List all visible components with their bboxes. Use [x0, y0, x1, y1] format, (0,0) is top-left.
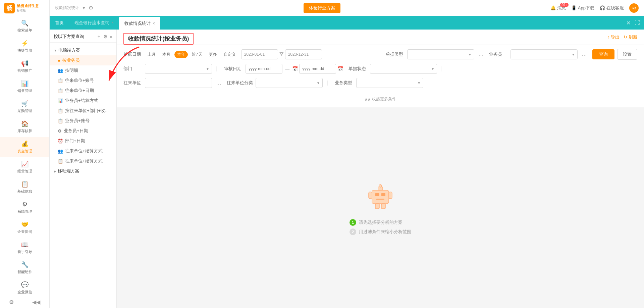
left-panel: 按以下方案查询 ＋ ⚙ « ▼ 电脑端方案 ● 按业务员	[50, 30, 117, 308]
tree-parent-pc[interactable]: ▼ 电脑端方案	[50, 45, 116, 55]
sidebar-item-basic[interactable]: 📋 基础信息	[0, 177, 49, 197]
settings-gear-icon[interactable]: ⚙	[89, 5, 93, 11]
logo-title: 畅捷通好生意	[17, 3, 39, 8]
tree-child-unit-dept[interactable]: 📋 按往来单位+部门+收...	[50, 106, 116, 116]
step1-number: 1	[350, 219, 356, 226]
sidebar-item-operations[interactable]: 📈 经营管理	[0, 157, 49, 177]
doc-type-filter: 单据类型 …	[386, 49, 484, 59]
svg-point-5	[379, 185, 382, 187]
user-avatar[interactable]: Rit	[629, 3, 639, 13]
sidebar-item-marketing[interactable]: 📢 营销推广	[0, 56, 49, 76]
review-date-calendar2-icon[interactable]: 📅	[337, 66, 343, 71]
sidebar-collapse-btn[interactable]: ◀◀	[32, 299, 40, 305]
sidebar-item-sales[interactable]: 📊 销售管理	[0, 76, 49, 97]
tree-child-salesperson-date[interactable]: ⚙ 业务员+日期	[50, 126, 116, 136]
tree-child-unit-settlement2[interactable]: 📋 往来单位+结算方式	[50, 156, 116, 166]
tab-collection-stats[interactable]: 收款情况统计 ×	[119, 17, 160, 30]
tree-child-by-salesperson[interactable]: ● 按业务员	[50, 55, 116, 65]
tree-child-dept-date[interactable]: ⏰ 部门+日期	[50, 136, 116, 146]
tree-child-salesperson-account[interactable]: 📋 业务员+账号	[50, 116, 116, 126]
date-tab-this-year[interactable]: 本年	[174, 51, 188, 58]
tab-bank-flow-label: 现金银行流水查询	[74, 20, 109, 26]
breadcrumb: 收款情况统计	[55, 5, 79, 11]
logo-area: 畅 畅捷通好生意 标准版	[0, 0, 49, 16]
doc-type-more-icon[interactable]: …	[478, 51, 484, 57]
dept-date-icon: ⏰	[58, 139, 63, 144]
dept-select-wrapper	[145, 64, 212, 74]
salesperson-select[interactable]	[511, 49, 578, 59]
unit-more-icon[interactable]: …	[216, 80, 221, 86]
main-area: 收款情况统计 ▼ ⚙ 体验行业方案 🔔 99+ 消息 📱 App下载 🎧	[50, 0, 644, 308]
collapse-button[interactable]: ∧∧ 收起更多条件	[123, 94, 637, 105]
salesperson-account-icon: 📋	[58, 118, 63, 123]
date-tab-custom[interactable]: 自定义	[221, 51, 238, 58]
sidebar-item-finance[interactable]: 💰 资金管理	[0, 137, 49, 157]
review-date-calendar1-icon[interactable]: 📅	[292, 66, 298, 71]
query-actions: 查询 设置	[592, 49, 637, 60]
sidebar-settings-btn[interactable]: ⚙	[9, 299, 14, 305]
sidebar-item-guide[interactable]: 📖 新手引导	[0, 238, 49, 258]
tree-parent-mobile[interactable]: ▶ 移动端方案	[50, 166, 116, 176]
tab-collection-stats-close[interactable]: ×	[153, 21, 155, 26]
app-download-link[interactable]: 📱 App下载	[571, 5, 594, 11]
tree-child-salesperson-settlement[interactable]: 📊 业务员+结算方式	[50, 96, 116, 106]
business-type-select-wrapper	[356, 78, 423, 88]
dept-filter: 部门 |	[123, 64, 219, 74]
tree-child-detail-label: 按明细	[65, 67, 78, 73]
sidebar-item-enterprise[interactable]: 🤝 企业协同	[0, 217, 49, 238]
sidebar-item-search[interactable]: 🔍 搜索菜单	[0, 16, 49, 36]
doc-type-select[interactable]	[407, 49, 474, 59]
date-tab-this-month[interactable]: 本月	[160, 51, 173, 58]
tab-bank-flow[interactable]: 现金银行流水查询 ×	[69, 16, 119, 30]
date-start-input[interactable]	[241, 49, 278, 59]
sidebar-item-system[interactable]: ⚙ 系统管理	[0, 197, 49, 217]
refresh-button[interactable]: ↻ 刷新	[624, 34, 637, 40]
unit-input[interactable]	[145, 78, 212, 88]
tab-bank-flow-close[interactable]: ×	[111, 20, 114, 25]
unit-category-select[interactable]	[256, 78, 323, 88]
empty-step-2: 2 用过滤条件来缩小分析范围	[350, 228, 411, 235]
window-maximize-icon[interactable]: ⛶	[635, 20, 640, 26]
review-date-end[interactable]	[299, 64, 336, 74]
business-type-label: 业务类型	[335, 80, 354, 86]
sidebar-item-inventory[interactable]: 🏠 库存核算	[0, 117, 49, 137]
notification-area[interactable]: 🔔 99+ 消息	[550, 5, 566, 11]
bill-status-select[interactable]	[370, 64, 437, 74]
tree-child-unit-date[interactable]: 📋 往来单位+日期	[50, 86, 116, 96]
sidebar-item-hardware[interactable]: 🔧 智能硬件	[0, 258, 49, 278]
settings-button[interactable]: 设置	[617, 49, 637, 60]
query-button[interactable]: 查询	[592, 49, 614, 59]
date-tab-last7[interactable]: 近7天	[189, 51, 205, 58]
window-close-icon[interactable]: ✕	[626, 20, 631, 26]
business-type-select[interactable]	[356, 78, 423, 88]
hardware-icon: 🔧	[21, 261, 29, 268]
sidebar-item-quicknav[interactable]: ⚡ 快捷导航	[0, 36, 49, 56]
export-button[interactable]: ↑ 导出	[607, 34, 620, 40]
dept-select[interactable]	[145, 64, 212, 74]
online-service-link[interactable]: 🎧 在线客服	[600, 5, 624, 11]
svg-rect-8	[375, 204, 379, 209]
tree-child-unit-settlement1[interactable]: 👥 往来单位+结算方式	[50, 146, 116, 156]
business-type-filter: 业务类型 |	[335, 78, 430, 88]
sidebar-item-purchase[interactable]: 🛒 采购管理	[0, 97, 49, 117]
unit-settlement1-icon: 👥	[58, 149, 63, 154]
online-service-label: 在线客服	[606, 5, 624, 11]
unit-category-select-wrapper	[256, 78, 323, 88]
date-tab-more[interactable]: 更多	[206, 51, 220, 58]
guide-icon: 📖	[21, 241, 29, 248]
dropdown-arrow-icon[interactable]: ▼	[82, 6, 86, 10]
date-tab-last-month[interactable]: 上月	[145, 51, 158, 58]
date-end-input[interactable]	[285, 49, 322, 59]
panel-settings-icon[interactable]: ⚙	[103, 34, 108, 39]
tree-child-unit-account[interactable]: 📋 往来单位+账号	[50, 75, 116, 86]
salesperson-more-icon[interactable]: …	[582, 51, 587, 57]
tree-child-by-detail[interactable]: 👥 按明细	[50, 65, 116, 75]
review-date-start[interactable]	[246, 64, 282, 74]
window-controls: ✕ ⛶	[626, 20, 644, 26]
panel-add-icon[interactable]: ＋	[97, 34, 101, 40]
tab-home[interactable]: 首页	[50, 16, 69, 30]
trial-button[interactable]: 体验行业方案	[304, 3, 340, 13]
panel-collapse-icon[interactable]: «	[110, 34, 112, 39]
tree-arrow-pc: ▼	[54, 49, 57, 52]
sidebar-item-wechat[interactable]: 💬 企业微信	[0, 278, 49, 296]
